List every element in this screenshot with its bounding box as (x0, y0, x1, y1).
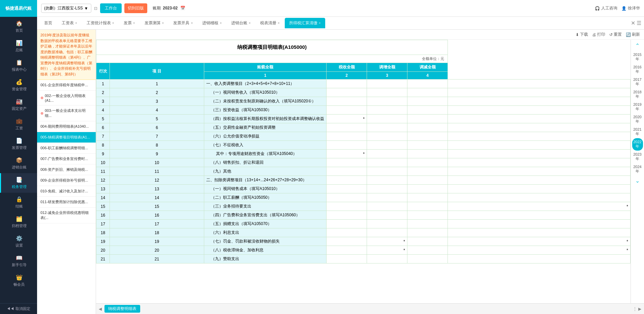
tab-close-4[interactable]: × (162, 21, 164, 25)
cell-v3-13[interactable] (407, 193, 448, 202)
cell-v3-2[interactable] (407, 97, 448, 106)
cell-v2-1[interactable] (367, 88, 407, 97)
sidebar-item-首页[interactable]: 🏠首页 (0, 17, 37, 36)
cell-v1-19[interactable] (327, 246, 367, 255)
cell-v3-15[interactable] (407, 211, 448, 220)
company-selector[interactable]: (勿删）江西股宝-LSS ▼ (41, 4, 91, 13)
cell-v1-3[interactable] (327, 106, 367, 115)
list-item-009[interactable]: 009-企业所得税弥补亏损明... (37, 175, 96, 186)
service-button[interactable]: 🎧 人工咨询 (595, 5, 617, 11)
cell-v4-16[interactable] (448, 220, 631, 228)
cell-v3-6[interactable] (407, 132, 448, 141)
close-tabs-icon[interactable]: ✕ (631, 20, 635, 26)
cell-v2-2[interactable] (367, 97, 407, 106)
sidebar-item-新手引导[interactable]: 📖新手引导 (0, 251, 37, 271)
cell-v3-8[interactable] (407, 150, 448, 158)
cell-v3-10[interactable] (407, 167, 448, 176)
list-item-010[interactable]: 010-免税、减计收入及加计... (37, 186, 96, 197)
year-btn-2019年[interactable]: 2019年 (632, 101, 643, 113)
cell-v4-1[interactable] (448, 88, 631, 97)
cell-v2-13[interactable] (367, 193, 407, 202)
sidebar-item-归档管理[interactable]: 🗂️归档管理 (0, 212, 37, 232)
cell-v1-0[interactable] (327, 80, 367, 88)
tab-close-9[interactable]: × (319, 21, 321, 25)
cell-v2-12[interactable] (367, 185, 407, 193)
cell-v1-2[interactable] (327, 97, 367, 106)
list-item-008[interactable]: 008-资产折旧、摊销及纳税... (37, 164, 96, 175)
cell-v2-16[interactable] (367, 220, 407, 228)
cell-v4-5[interactable] (448, 123, 631, 132)
bottom-more-icon[interactable]: ⋮ (633, 307, 637, 311)
list-item-007[interactable]: 007-广告费和业务宣传费时... (37, 154, 96, 164)
cell-v3-4[interactable] (407, 115, 448, 123)
year-btn-2024年[interactable]: 2024年 (632, 163, 643, 176)
cell-v3-18[interactable] (407, 237, 448, 246)
cell-v1-4[interactable]: * (327, 115, 367, 123)
cell-v3-16[interactable] (407, 220, 448, 228)
nav-tab-0[interactable]: 首页 (40, 18, 57, 28)
cell-v1-14[interactable] (327, 202, 367, 211)
print-button[interactable]: 🖨 打印 (592, 32, 605, 37)
nav-tab-9[interactable]: 所得税汇算清缴× (285, 18, 325, 28)
old-version-button[interactable]: 切到旧版 (124, 3, 147, 13)
nav-tab-4[interactable]: 发票测算× (140, 18, 168, 28)
cell-v2-14[interactable] (367, 202, 407, 211)
year-scroll-down[interactable]: ⌄ (634, 176, 641, 185)
cell-v2-7[interactable] (367, 141, 407, 150)
cell-v1-10[interactable] (327, 167, 367, 176)
cell-v1-18[interactable] (327, 237, 367, 246)
cell-v2-17[interactable] (367, 228, 407, 237)
cell-v2-3[interactable] (367, 106, 407, 115)
bottom-tab-0[interactable]: 纳税调整明细表 (104, 305, 140, 313)
list-item-006[interactable]: 006-职工薪酬纳税调整明细... (37, 143, 96, 154)
cell-v2-11[interactable] (367, 176, 407, 185)
cell-v4-18[interactable]: * (448, 237, 631, 246)
sidebar-item-报表中心[interactable]: 📋报表中心 (0, 56, 37, 75)
copy-icon[interactable]: ⊡ (94, 6, 97, 11)
reset-button[interactable]: ↺ 重置 (609, 32, 622, 37)
cell-v1-11[interactable] (327, 176, 367, 185)
cell-v1-17[interactable] (327, 228, 367, 237)
cell-v4-6[interactable] (448, 132, 631, 141)
sidebar-item-发票管理[interactable]: 📄发票管理 (0, 134, 37, 154)
nav-tab-3[interactable]: 发票× (119, 18, 140, 28)
list-item-004[interactable]: 004-期间费用明细表(A1040... (37, 121, 96, 132)
cell-v2-10[interactable] (367, 167, 407, 176)
cell-v1-12[interactable] (327, 185, 367, 193)
list-item-001[interactable]: 001-企业所得税年度纳税申... (37, 80, 96, 91)
tab-close-8[interactable]: × (278, 21, 280, 25)
nav-tab-1[interactable]: 工资表× (57, 18, 82, 28)
nav-tab-2[interactable]: 工资统计报表× (82, 18, 119, 28)
more-tabs-icon[interactable]: ☰ (637, 20, 641, 26)
cell-v1-1[interactable] (327, 88, 367, 97)
nav-tab-7[interactable]: 进销台账× (227, 18, 255, 28)
user-menu[interactable]: 👤 徐泽华 (621, 5, 640, 11)
refresh-button[interactable]: 🔄 刷新 (626, 32, 640, 37)
cell-v1-13[interactable] (327, 193, 367, 202)
cell-v1-16[interactable] (327, 220, 367, 228)
tab-close-1[interactable]: × (75, 21, 77, 25)
bottom-scroll-right[interactable]: ▶ (638, 307, 641, 311)
year-btn-2022年[interactable]: 2022年 (632, 138, 643, 151)
cell-v3-5[interactable] (407, 123, 448, 132)
cell-v4-20[interactable] (448, 255, 631, 263)
cell-v4-11[interactable] (448, 176, 631, 185)
download-button[interactable]: ⬇ 下载 (576, 32, 588, 37)
cell-v4-12[interactable] (448, 185, 631, 193)
list-item-011[interactable]: 011-研发费用加计扣除优惠... (37, 197, 96, 208)
cell-v4-15[interactable] (448, 211, 631, 220)
cell-v4-7[interactable] (448, 141, 631, 150)
cell-v3-19[interactable] (407, 246, 448, 255)
workbench-button[interactable]: 工作台 (100, 3, 122, 13)
list-item-002[interactable]: ⊗002-一般企业收入明细表(A1... (37, 91, 96, 105)
cell-v4-2[interactable] (448, 97, 631, 106)
cell-v2-5[interactable] (367, 123, 407, 132)
cell-v2-6[interactable] (367, 132, 407, 141)
cell-v1-20[interactable] (327, 255, 367, 263)
year-btn-2021年[interactable]: 2021年 (632, 126, 643, 138)
tab-close-3[interactable]: × (133, 21, 135, 25)
cell-v1-5[interactable] (327, 123, 367, 132)
cell-v1-6[interactable] (327, 132, 367, 141)
cell-v2-20[interactable] (367, 255, 407, 263)
cell-v2-8[interactable] (367, 150, 407, 158)
